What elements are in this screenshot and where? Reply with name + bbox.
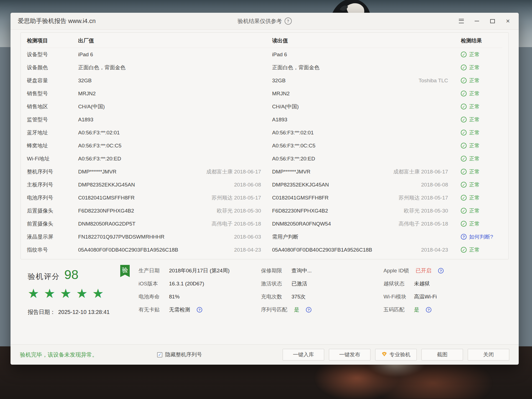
screenshot-button[interactable]: 截图: [421, 349, 463, 360]
readout-cell: A1893: [272, 117, 461, 123]
five-code-match-help-icon[interactable]: ?: [426, 307, 431, 313]
header-result-label: 检测结果: [461, 37, 482, 44]
factory-cell: FN1822701Q9J7PVBDSWMRHHHR2018-06-03: [78, 234, 272, 240]
item-label: 设备型号: [27, 51, 78, 58]
apple-id-lock-value: 已开启: [416, 267, 431, 274]
serial-match-value: 是: [294, 306, 299, 313]
result-normal-label: 正常: [469, 103, 480, 110]
table-row: 后置摄像头F6D82230NFPHXG4B2欧菲光 2018-05-30F6D8…: [27, 204, 502, 217]
score-label: 验机评分: [28, 272, 60, 282]
result-cell: ✓正常: [461, 168, 502, 175]
factory-cell: iPad 6: [78, 52, 272, 58]
table-row: 销售型号MRJN2MRJN2✓正常: [27, 87, 502, 100]
item-label: 指纹串号: [27, 246, 78, 254]
warranty: 保修期限查询中...: [261, 267, 383, 274]
table-row: 指纹串号05A4080F0F0DB40C2903FB1A9526C18B2018…: [27, 243, 502, 256]
apple-id-lock-help-icon[interactable]: ?: [438, 268, 444, 273]
result-normal-label: 正常: [469, 142, 480, 149]
pro-verify-button[interactable]: 专业验机: [375, 349, 417, 360]
result-normal-label: 正常: [469, 207, 480, 214]
result-normal-label: 正常: [469, 77, 480, 84]
stock-in-button[interactable]: 一键入库: [283, 349, 324, 360]
factory-value: DMP******JMVR: [78, 169, 116, 175]
window-subtitle: 验机结果仅供参考: [238, 17, 282, 25]
gold-gem-icon: [382, 351, 387, 358]
table-row: 销售地区CH/A(中国)CH/A(中国)✓正常: [27, 100, 502, 113]
publish-button-label: 一键发布: [339, 351, 360, 358]
factory-value: C0182041GMSFFH8FR: [78, 195, 135, 201]
readout-cell: F6D82230NFPHXG4B2欧菲光 2018-05-30: [272, 207, 461, 214]
restore-button[interactable]: [489, 17, 496, 25]
wifi-module: Wi-Fi模块高温Wi-Fi: [383, 293, 506, 300]
check-circle-icon: ✓: [461, 78, 467, 83]
score-value: 98: [64, 267, 78, 282]
close-button-titlebar[interactable]: ×: [504, 17, 511, 25]
readout-value: DMP******JMVR: [272, 169, 310, 175]
minimize-button[interactable]: [473, 17, 480, 25]
item-label: 后置摄像头: [27, 207, 78, 214]
hide-serial-checkbox[interactable]: ✓ 隐藏整机序列号: [157, 351, 202, 358]
result-normal-label: 正常: [469, 64, 480, 71]
result-cell: ✓正常: [461, 64, 502, 71]
item-label: 主板序列号: [27, 181, 78, 188]
result-cell: ✓正常: [461, 246, 502, 254]
question-circle-icon[interactable]: ?: [461, 234, 467, 240]
publish-button[interactable]: 一键发布: [329, 349, 370, 360]
factory-note: 2018-06-03: [234, 234, 261, 240]
check-circle-icon: ✓: [461, 104, 467, 109]
status-text: 验机完毕，该设备未发现异常。: [20, 351, 98, 359]
battery-life-label: 电池寿命: [139, 293, 162, 300]
ios-version-value: 16.3.1 (20D67): [169, 281, 204, 287]
result-cell: ✓正常: [461, 142, 502, 149]
star-rating: ★★★★★: [28, 286, 139, 301]
factory-cell: A0:56:F3:**:20:ED: [78, 156, 272, 162]
activation-status: 激活状态已激活: [261, 280, 383, 287]
titlebar: 爱思助手验机报告 www.i4.cn 验机结果仅供参考 ? ×: [11, 13, 519, 30]
result-normal-label: 正常: [469, 168, 480, 175]
menu-button[interactable]: [458, 17, 465, 25]
close-button-label: 关闭: [483, 351, 494, 358]
header-readout: 读出值: [272, 37, 461, 44]
jailbreak-status-label: 越狱状态: [383, 280, 407, 287]
result-cell: ✓正常: [461, 155, 502, 162]
how-to-judge-link[interactable]: 如何判断?: [469, 233, 493, 241]
table-row: 液晶显示屏FN1822701Q9J7PVBDSWMRHHHR2018-06-03…: [27, 230, 502, 243]
close-button[interactable]: 关闭: [468, 349, 509, 360]
readout-cell: iPad 6: [272, 52, 461, 58]
check-circle-icon: ✓: [461, 117, 467, 122]
result-cell: ✓正常: [461, 220, 502, 227]
item-label: 电池序列号: [27, 194, 78, 201]
jailbreak-status: 越狱状态未越狱: [383, 280, 506, 287]
result-cell: ✓正常: [461, 103, 502, 110]
item-label: 蜂窝地址: [27, 142, 78, 149]
factory-cell: A0:56:F3:**:0C:C5: [78, 143, 272, 149]
readout-value: 32GB: [272, 78, 286, 84]
readout-cell: DMP******JMVR成都富士康 2018-06-17: [272, 168, 461, 175]
table-row: 设备型号iPad 6iPad 6✓正常: [27, 48, 502, 61]
factory-cell: DNM82050RA0G2DP5T高伟电子 2018-05-18: [78, 220, 272, 227]
serial-match-help-icon[interactable]: ?: [306, 307, 311, 313]
factory-note: 2018-04-23: [234, 247, 261, 253]
result-normal-label: 正常: [469, 246, 480, 254]
header-factory-label: 出厂值: [78, 37, 94, 44]
battery-life: 电池寿命81%: [139, 293, 261, 300]
sim-sticker-help-icon[interactable]: ?: [197, 307, 202, 313]
readout-value: A1893: [272, 117, 287, 123]
production-date-label: 生产日期: [139, 267, 162, 274]
table-row: 监管型号A1893A1893✓正常: [27, 113, 502, 126]
factory-cell: DMP82352EKKJG45AN2018-06-08: [78, 182, 272, 188]
factory-cell: 正面白色，背面金色: [78, 64, 272, 71]
report-window: 爱思助手验机报告 www.i4.cn 验机结果仅供参考 ? × 检测项目 出厂值…: [11, 13, 519, 365]
subtitle-help-icon[interactable]: ?: [285, 17, 292, 25]
check-circle-icon: ✓: [461, 195, 467, 201]
activation-status-value: 已激活: [291, 280, 307, 287]
readout-value: 正面白色，背面金色: [272, 64, 319, 71]
window-content: 检测项目 出厂值 读出值 检测结果 设备型号iPad 6iPad 6✓正常设备颜…: [11, 30, 519, 344]
readout-value: 05A4080F0F0DB40C2903FB1A9526C18B: [272, 247, 372, 253]
readout-note: 2018-06-08: [421, 182, 448, 188]
item-label: 前置摄像头: [27, 220, 78, 227]
factory-value: DMP82352EKKJG45AN: [78, 182, 135, 188]
factory-cell: F6D82230NFPHXG4B2欧菲光 2018-05-30: [78, 207, 272, 214]
readout-cell: C0182041GMSFFH8FR苏州顺达 2018-05-17: [272, 194, 461, 201]
readout-cell: 正面白色，背面金色: [272, 64, 461, 71]
